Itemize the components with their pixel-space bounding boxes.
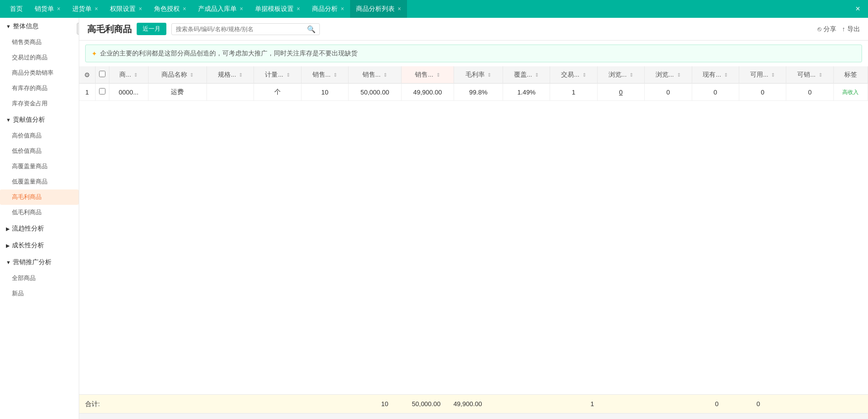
- close-sales-tab[interactable]: ×: [57, 5, 60, 12]
- cell-name: 运费: [148, 84, 206, 101]
- select-all-checkbox[interactable]: [99, 71, 105, 77]
- col-coverage[interactable]: 覆盖... ⇕: [503, 66, 550, 84]
- cell-saleable: 0: [786, 84, 833, 101]
- close-permission-tab[interactable]: ×: [139, 5, 142, 12]
- col-sales-cost[interactable]: 销售... ⇕: [401, 66, 454, 84]
- col-tx-count[interactable]: 交易... ⇕: [550, 66, 597, 84]
- sidebar-item-all-goods[interactable]: 全部商品: [0, 271, 79, 286]
- nav-item-template[interactable]: 单据模板设置 ×: [249, 0, 306, 18]
- cell-code: 0000...: [109, 84, 148, 101]
- col-name[interactable]: 商品名称 ⇕: [148, 66, 206, 84]
- search-input[interactable]: [176, 26, 307, 33]
- share-icon: ⎋: [817, 25, 821, 33]
- footer-values: 10 50,000.00 49,900.00 1 0 0: [115, 400, 862, 408]
- close-template-tab[interactable]: ×: [297, 5, 300, 12]
- close-analysis-tab[interactable]: ×: [341, 5, 344, 12]
- sidebar-item-sales-goods[interactable]: 销售类商品: [0, 35, 79, 50]
- cell-coverage: 1.49%: [503, 84, 550, 101]
- footer-sales-qty: 10: [364, 400, 406, 408]
- sort-icon-spec: ⇕: [239, 72, 243, 78]
- footer-empty2: [198, 400, 323, 408]
- col-saleable[interactable]: 可销... ⇕: [786, 66, 833, 84]
- close-window-button[interactable]: ×: [852, 4, 864, 13]
- sidebar-section-trend[interactable]: ▶ 流趋性分析: [0, 220, 79, 237]
- col-sales-amt[interactable]: 销售... ⇕: [349, 66, 402, 84]
- sidebar-section-contribution[interactable]: ▼ 贡献值分析: [0, 111, 79, 128]
- nav-item-role[interactable]: 角色授权 ×: [148, 0, 192, 18]
- col-tag[interactable]: 标签: [833, 66, 868, 84]
- cell-margin: 99.8%: [454, 84, 503, 101]
- sort-icon-code: ⇕: [134, 72, 138, 78]
- table-header-row: ⚙ 商... ⇕ 商品名称 ⇕: [79, 66, 868, 84]
- sort-icon-saleable: ⇕: [818, 72, 822, 78]
- row-checkbox[interactable]: [99, 88, 105, 94]
- sort-icon-sales-qty: ⇕: [333, 72, 337, 78]
- sort-icon-sales-amt: ⇕: [383, 72, 387, 78]
- nav-item-analysis[interactable]: 商品分析 ×: [306, 0, 350, 18]
- data-table: ⚙ 商... ⇕ 商品名称 ⇕: [79, 66, 868, 101]
- cell-unit: 个: [254, 84, 301, 101]
- col-checkbox[interactable]: [95, 66, 109, 84]
- nav-item-produce[interactable]: 产成品入库单 ×: [192, 0, 249, 18]
- cell-sales-qty: 10: [301, 84, 348, 101]
- sidebar-item-stock-goods[interactable]: 有库存的商品: [0, 81, 79, 96]
- sort-icon-tx: ⇕: [582, 72, 586, 78]
- arrow-growth: ▶: [6, 243, 10, 248]
- table-wrapper: ⚙ 商... ⇕ 商品名称 ⇕: [79, 66, 868, 394]
- col-sales-qty[interactable]: 销售... ⇕: [301, 66, 348, 84]
- nav-item-home[interactable]: 首页: [4, 0, 29, 18]
- sort-icon-stock: ⇕: [724, 72, 728, 78]
- sidebar-item-high-coverage[interactable]: 高覆盖量商品: [0, 159, 79, 174]
- nav-item-sales[interactable]: 销货单 ×: [29, 0, 66, 18]
- cell-tx-count: 1: [550, 84, 597, 101]
- sidebar-item-traded-goods[interactable]: 交易过的商品: [0, 50, 79, 65]
- col-views2[interactable]: 浏览... ⇕: [645, 66, 692, 84]
- sidebar-section-overall[interactable]: ▼ 整体信息: [0, 18, 79, 35]
- sort-icon-available: ⇕: [771, 72, 775, 78]
- col-code[interactable]: 商... ⇕: [109, 66, 148, 84]
- search-icon[interactable]: 🔍: [307, 25, 315, 33]
- footer-empty6: [613, 400, 655, 408]
- sidebar: « ▼ 整体信息 销售类商品 交易过的商品 商品分类助销率 有库存的商品 库存资…: [0, 18, 79, 419]
- col-available[interactable]: 可用... ⇕: [739, 66, 786, 84]
- content-header: 高毛利商品 近一月 🔍 ⎋ 分享 ↑ 导出: [79, 18, 868, 41]
- sidebar-item-low-coverage[interactable]: 低覆盖量商品: [0, 174, 79, 189]
- col-margin[interactable]: 毛利率 ⇕: [454, 66, 503, 84]
- close-analysis-list-tab[interactable]: ×: [398, 5, 401, 12]
- cell-views1[interactable]: 0: [597, 84, 644, 101]
- sidebar-item-low-value[interactable]: 低价值商品: [0, 143, 79, 159]
- col-stock[interactable]: 现有... ⇕: [692, 66, 739, 84]
- sidebar-collapse-button[interactable]: «: [77, 23, 79, 35]
- sidebar-section-marketing[interactable]: ▼ 营销推广分析: [0, 254, 79, 271]
- cell-checkbox[interactable]: [95, 84, 109, 101]
- sidebar-item-new-goods[interactable]: 新品: [0, 286, 79, 301]
- views1-link[interactable]: 0: [619, 89, 622, 96]
- col-unit[interactable]: 计量... ⇕: [254, 66, 301, 84]
- sidebar-section-growth[interactable]: ▶ 成长性分析: [0, 237, 79, 254]
- share-button[interactable]: ⎋ 分享: [817, 25, 836, 34]
- sidebar-item-high-margin[interactable]: 高毛利商品: [0, 189, 79, 205]
- nav-item-permission[interactable]: 权限设置 ×: [104, 0, 148, 18]
- sort-icon-unit: ⇕: [286, 72, 290, 78]
- close-purchase-tab[interactable]: ×: [95, 5, 98, 12]
- sidebar-item-category-rate[interactable]: 商品分类助销率: [0, 65, 79, 81]
- col-views1[interactable]: 浏览... ⇕: [597, 66, 644, 84]
- col-spec[interactable]: 规格... ⇕: [207, 66, 254, 84]
- sidebar-item-stock-funds[interactable]: 库存资金占用: [0, 96, 79, 111]
- sidebar-item-high-value[interactable]: 高价值商品: [0, 128, 79, 143]
- footer-tx-count: 1: [571, 400, 613, 408]
- arrow-overall: ▼: [6, 24, 11, 29]
- export-button[interactable]: ↑ 导出: [842, 25, 861, 34]
- nav-item-analysis-list[interactable]: 商品分析列表 ×: [350, 0, 407, 18]
- page-title: 高毛利商品: [87, 23, 132, 35]
- horizontal-scrollbar[interactable]: [79, 413, 868, 419]
- sidebar-item-low-margin[interactable]: 低毛利商品: [0, 205, 79, 220]
- filter-recent-month-button[interactable]: 近一月: [137, 23, 166, 35]
- footer-empty8: [779, 400, 820, 408]
- footer-available: 0: [737, 400, 779, 408]
- col-settings[interactable]: ⚙: [79, 66, 95, 84]
- close-produce-tab[interactable]: ×: [240, 5, 243, 12]
- close-role-tab[interactable]: ×: [183, 5, 186, 12]
- cell-index: 1: [79, 84, 95, 101]
- nav-item-purchase[interactable]: 进货单 ×: [66, 0, 104, 18]
